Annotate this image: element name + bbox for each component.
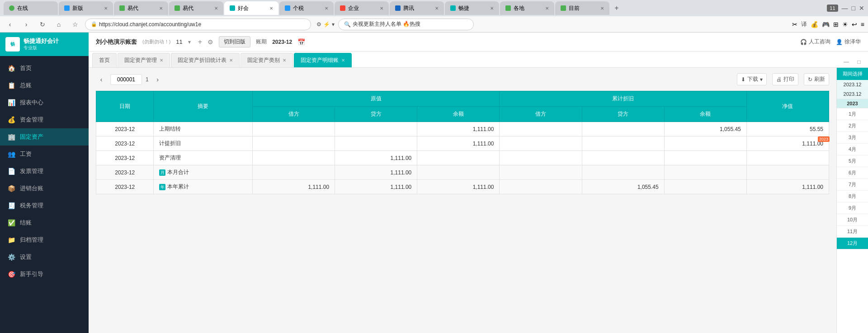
period-month-3[interactable]: 3月 [837, 132, 868, 144]
translate-icon[interactable]: 译 [801, 20, 807, 28]
window-close[interactable]: ✕ [859, 5, 864, 12]
bookmark-button[interactable]: ☆ [69, 18, 81, 31]
devtools-icon[interactable]: ⚙ [316, 21, 321, 28]
sidebar-item-payroll[interactable]: 👥 工资 [0, 145, 89, 163]
print-button[interactable]: 🖨 打印 [772, 73, 798, 85]
browser-tab-6[interactable]: 企业 ✕ [335, 1, 389, 15]
sidebar-label-home: 首页 [20, 64, 32, 72]
browser-tab-2[interactable]: 易代 ✕ [114, 1, 168, 15]
sidebar-item-archive[interactable]: 📁 归档管理 [0, 231, 89, 249]
next-page-button[interactable]: › [152, 74, 163, 85]
dropdown-icon[interactable]: ▾ [332, 21, 335, 28]
sidebar-item-settings[interactable]: ⚙️ 设置 [0, 249, 89, 266]
tab-close-4[interactable]: ✕ [269, 6, 273, 11]
period-month-6[interactable]: 6月 [837, 167, 868, 179]
browser-tab-8[interactable]: 畅捷 ✕ [445, 1, 499, 15]
tax-icon: 🧾 [7, 202, 15, 210]
tab-close-7[interactable]: ✕ [435, 6, 439, 11]
browser-tab-3[interactable]: 易代 ✕ [169, 1, 223, 15]
window-minimize[interactable]: — [842, 5, 848, 12]
sidebar-item-guide[interactable]: 🎯 新手引导 [0, 266, 89, 283]
new-tab-button[interactable]: + [610, 2, 623, 14]
tab-asset-category-close[interactable]: ✕ [283, 58, 286, 63]
tab-close-3[interactable]: ✕ [214, 6, 218, 11]
maximize-pane-button[interactable]: □ [854, 56, 864, 67]
tab-close-10[interactable]: ✕ [600, 6, 604, 11]
brightness-icon[interactable]: ☀ [842, 21, 848, 28]
sidebar-item-ledger[interactable]: 📋 总账 [0, 77, 89, 94]
refresh-ledger-button[interactable]: ↻ 刷新 [804, 73, 829, 85]
tab-asset-detail-ledger[interactable]: 固定资产明细账 ✕ [294, 53, 352, 67]
sidebar-item-close[interactable]: ✅ 结账 [0, 214, 89, 231]
tab-close-1[interactable]: ✕ [104, 6, 108, 11]
period-month-9[interactable]: 9月 [837, 202, 868, 214]
tab-close-6[interactable]: ✕ [380, 6, 383, 11]
sidebar-item-reports[interactable]: 📊 报表中心 [0, 94, 89, 111]
period-month-12[interactable]: 12月 [837, 238, 868, 249]
home-button[interactable]: ⌂ [52, 18, 65, 31]
tab-fixed-asset-management[interactable]: 固定资产管理 ✕ [118, 53, 170, 67]
tab-asset-detail-ledger-close[interactable]: ✕ [341, 58, 345, 63]
sidebar-item-tax[interactable]: 🧾 税务管理 [0, 197, 89, 214]
period-month-5[interactable]: 5月 [837, 155, 868, 167]
window-maximize[interactable]: □ [852, 5, 855, 12]
switch-version-button[interactable]: 切到旧版 [219, 36, 250, 47]
wallet-icon[interactable]: 💰 [811, 21, 818, 28]
tab-home[interactable]: 首页 [92, 53, 117, 67]
period-month-11[interactable]: 11月 [837, 226, 868, 238]
forward-button[interactable]: › [20, 18, 33, 31]
tab-depreciation-stat[interactable]: 固定资产折旧统计表 ✕ [171, 53, 240, 67]
menu-icon[interactable]: ≡ [861, 21, 864, 28]
tab-close-2[interactable]: ✕ [159, 6, 163, 11]
sidebar-item-fixed-assets[interactable]: 🏢 固定资产 [0, 128, 89, 145]
download-button[interactable]: ⬇ 下载 ▾ [737, 73, 767, 85]
period-header: 期间选择 [837, 68, 868, 80]
tab-close-8[interactable]: ✕ [490, 6, 494, 11]
tab-close-9[interactable]: ✕ [545, 6, 549, 11]
tab-depreciation-stat-close[interactable]: ✕ [229, 58, 233, 63]
game-icon[interactable]: 🎮 [822, 21, 830, 28]
user-profile[interactable]: 👤 徐泽华 [836, 38, 861, 46]
refresh-button[interactable]: ↻ [36, 18, 49, 31]
tab-asset-category[interactable]: 固定资产类别 ✕ [241, 53, 293, 67]
browser-tab-5[interactable]: 个税 ✕ [279, 1, 334, 15]
account-dropdown-icon[interactable]: ▾ [188, 39, 191, 45]
url-input[interactable]: 🔒 https://cloud.chanjet.com/accounting/u… [85, 19, 311, 30]
browser-tab-10[interactable]: 目前 ✕ [555, 1, 609, 15]
settings-small-icon[interactable]: ⚙ [208, 38, 213, 46]
browser-tab-1[interactable]: 新版 ✕ [59, 1, 113, 15]
tab-fixed-asset-management-label: 固定资产管理 [124, 56, 157, 64]
period-month-10[interactable]: 10月 [837, 214, 868, 226]
sidebar-item-invoices[interactable]: 📄 发票管理 [0, 163, 89, 180]
browser-tab-9[interactable]: 各地 ✕ [500, 1, 554, 15]
period-month-4[interactable]: 4月 [837, 144, 868, 155]
browser-tab-0[interactable]: 在线 [4, 1, 58, 15]
browser-tab-4[interactable]: 好会 ✕ [224, 1, 278, 15]
page-number-input[interactable] [110, 74, 142, 85]
tab-home-label: 首页 [99, 56, 110, 64]
search-input[interactable]: 🔍 央视更新主持人名单 🔥热搜 [338, 19, 474, 30]
back-button[interactable]: ‹ [4, 18, 16, 31]
lightning-icon[interactable]: ⚡ [323, 21, 330, 28]
period-month-8[interactable]: 8月 [837, 191, 868, 202]
prev-page-button[interactable]: ‹ [96, 74, 107, 85]
grid-icon[interactable]: ⊞ [833, 21, 839, 28]
cell-net-0: 55.55 [746, 122, 829, 136]
sidebar-item-home[interactable]: 🏠 首页 [0, 60, 89, 77]
add-account-button[interactable]: + [198, 38, 202, 46]
window-controls: — □ [841, 56, 864, 67]
sidebar-item-funds[interactable]: 💰 资金管理 [0, 111, 89, 128]
undo-icon[interactable]: ↩ [852, 21, 857, 28]
period-month-2[interactable]: 2月 [837, 120, 868, 132]
tab-fixed-asset-management-close[interactable]: ✕ [160, 58, 163, 63]
service-button[interactable]: 🎧 人工咨询 [800, 38, 830, 46]
calendar-icon[interactable]: 📅 [297, 38, 305, 46]
browser-tab-7[interactable]: 腾讯 ✕ [390, 1, 444, 15]
sidebar-item-inventory[interactable]: 📦 进销台账 [0, 180, 89, 197]
period-month-7[interactable]: 7月 [837, 179, 868, 191]
cell-date-3: 2023-12 [96, 165, 154, 180]
scissors-icon[interactable]: ✂ [792, 21, 797, 28]
tab-close-5[interactable]: ✕ [325, 6, 328, 11]
period-month-1[interactable]: 1月 [837, 108, 868, 120]
minimize-pane-button[interactable]: — [841, 56, 852, 67]
